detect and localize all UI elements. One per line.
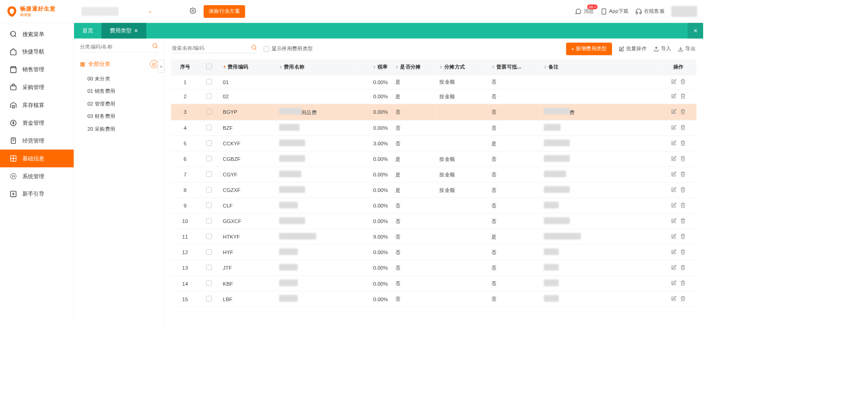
category-search-input[interactable]: [80, 43, 152, 49]
cell-checkbox[interactable]: [199, 291, 219, 307]
delete-row-icon[interactable]: [680, 202, 686, 209]
category-all[interactable]: ▦ 全部分类: [74, 58, 164, 70]
table-row[interactable]: 8CGZXF0.00%是按金额否: [171, 182, 696, 198]
edit-row-icon[interactable]: [671, 218, 676, 225]
tab-close-icon[interactable]: ✕: [134, 28, 138, 33]
cell-checkbox[interactable]: [199, 75, 219, 90]
edit-row-icon[interactable]: [671, 125, 676, 132]
table-row[interactable]: 4BZF0.00%否否: [171, 120, 696, 136]
cell-checkbox[interactable]: [199, 182, 219, 198]
edit-row-icon[interactable]: [671, 296, 676, 303]
import-button[interactable]: 导入: [654, 46, 671, 53]
delete-row-icon[interactable]: [680, 93, 686, 100]
table-row[interactable]: 15LBF0.00%否否: [171, 291, 696, 307]
table-row[interactable]: 14KBF0.00%否否: [171, 276, 696, 291]
edit-row-icon[interactable]: [671, 202, 676, 209]
delete-row-icon[interactable]: [680, 187, 686, 194]
delete-row-icon[interactable]: [680, 280, 686, 287]
edit-row-icon[interactable]: [671, 280, 676, 287]
th-remark[interactable]: ▲▼备注: [540, 59, 660, 75]
category-item[interactable]: 01 销售费用: [87, 85, 164, 98]
table-row[interactable]: 13JTF0.00%否否: [171, 260, 696, 276]
delete-row-icon[interactable]: [680, 156, 686, 163]
cell-checkbox[interactable]: [199, 120, 219, 136]
edit-row-icon[interactable]: [671, 249, 676, 256]
edit-row-icon[interactable]: [671, 187, 676, 194]
th-alloc[interactable]: ▲▼是否分摊: [392, 59, 436, 75]
delete-row-icon[interactable]: [680, 218, 686, 225]
sidebar-item-doc[interactable]: 经营管理: [0, 132, 74, 149]
cell-checkbox[interactable]: [199, 104, 219, 120]
delete-row-icon[interactable]: [680, 296, 686, 303]
th-method[interactable]: ▲▼分摊方式: [436, 59, 488, 75]
sidebar-item-cart[interactable]: 采购管理: [0, 79, 74, 96]
th-rate[interactable]: ▲▼税率: [356, 59, 392, 75]
th-index[interactable]: 序号: [171, 59, 199, 75]
sidebar-item-bag[interactable]: 销售管理: [0, 61, 74, 79]
edit-categories-icon[interactable]: [150, 60, 158, 68]
category-search[interactable]: [80, 43, 158, 53]
category-item[interactable]: 00 未分类: [87, 73, 164, 85]
collapse-handle[interactable]: «: [158, 60, 165, 73]
user-avatar[interactable]: [671, 6, 698, 17]
batch-ops-button[interactable]: 批量操作: [619, 46, 647, 53]
delete-row-icon[interactable]: [680, 79, 686, 86]
cell-checkbox[interactable]: [199, 90, 219, 104]
experience-button[interactable]: 体验行业方案: [204, 5, 245, 18]
sidebar-item-search[interactable]: 搜索菜单: [0, 25, 74, 43]
delete-row-icon[interactable]: [680, 171, 686, 178]
sidebar-item-home[interactable]: 快捷导航: [0, 43, 74, 61]
table-row[interactable]: 1010.00%是按金额否: [171, 75, 696, 90]
sidebar-item-warehouse[interactable]: 库存核算: [0, 96, 74, 114]
th-tax[interactable]: ▲▼普票可抵...: [488, 59, 540, 75]
edit-row-icon[interactable]: [671, 171, 676, 178]
edit-row-icon[interactable]: [671, 140, 676, 147]
table-row[interactable]: 2020.00%是按金额否: [171, 90, 696, 104]
edit-row-icon[interactable]: [671, 79, 676, 86]
cell-checkbox[interactable]: [199, 245, 219, 260]
th-code[interactable]: ▲▼费用编码: [219, 59, 275, 75]
tab-home[interactable]: 首页: [74, 23, 101, 38]
table-row[interactable]: 10GGXCF0.00%否否: [171, 213, 696, 229]
edit-row-icon[interactable]: [671, 234, 676, 240]
delete-row-icon[interactable]: [680, 125, 686, 132]
tab-expense-type[interactable]: 费用类型✕: [101, 23, 146, 38]
table-search[interactable]: [172, 44, 257, 53]
cell-checkbox[interactable]: [199, 276, 219, 291]
add-expense-type-button[interactable]: +新增费用类型: [566, 43, 612, 55]
edit-row-icon[interactable]: [671, 109, 676, 116]
delete-row-icon[interactable]: [680, 234, 686, 240]
delete-row-icon[interactable]: [680, 109, 686, 116]
sidebar-item-money[interactable]: 资金管理: [0, 114, 74, 132]
cell-checkbox[interactable]: [199, 260, 219, 276]
cell-checkbox[interactable]: [199, 229, 219, 245]
th-name[interactable]: ▲▼费用名称: [275, 59, 355, 75]
category-item[interactable]: 02 管理费用: [87, 98, 164, 111]
messages-link[interactable]: 消息 99 +: [575, 8, 594, 15]
cell-checkbox[interactable]: [199, 198, 219, 213]
table-row[interactable]: 5CCKYF3.00%否是: [171, 136, 696, 151]
table-search-input[interactable]: [172, 45, 251, 51]
table-row[interactable]: 3BGYP用品费0.00%否否费: [171, 104, 696, 120]
cell-checkbox[interactable]: [199, 167, 219, 182]
cell-checkbox[interactable]: [199, 213, 219, 229]
delete-row-icon[interactable]: [680, 140, 686, 147]
edit-row-icon[interactable]: [671, 265, 676, 271]
cell-checkbox[interactable]: [199, 151, 219, 167]
cell-checkbox[interactable]: [199, 136, 219, 151]
sidebar-item-plus-box[interactable]: 新手引导: [0, 185, 74, 203]
table-row[interactable]: 6CGBZF0.00%是按金额否: [171, 151, 696, 167]
export-button[interactable]: 导出: [678, 46, 696, 53]
support-link[interactable]: 在线客服: [635, 8, 665, 15]
sidebar-item-grid[interactable]: 基础信息: [0, 149, 74, 167]
table-row[interactable]: 11HTKYF9.00%否是: [171, 229, 696, 245]
th-checkbox[interactable]: [199, 59, 219, 75]
app-download-link[interactable]: App下载: [601, 8, 628, 15]
table-row[interactable]: 12HYF0.00%否否: [171, 245, 696, 260]
settings-gear-icon[interactable]: [190, 7, 197, 15]
table-row[interactable]: 9CLF0.00%否否: [171, 198, 696, 213]
delete-row-icon[interactable]: [680, 249, 686, 256]
category-item[interactable]: 03 财务费用: [87, 110, 164, 123]
category-item[interactable]: 20 采购费用: [87, 123, 164, 136]
edit-row-icon[interactable]: [671, 156, 676, 163]
